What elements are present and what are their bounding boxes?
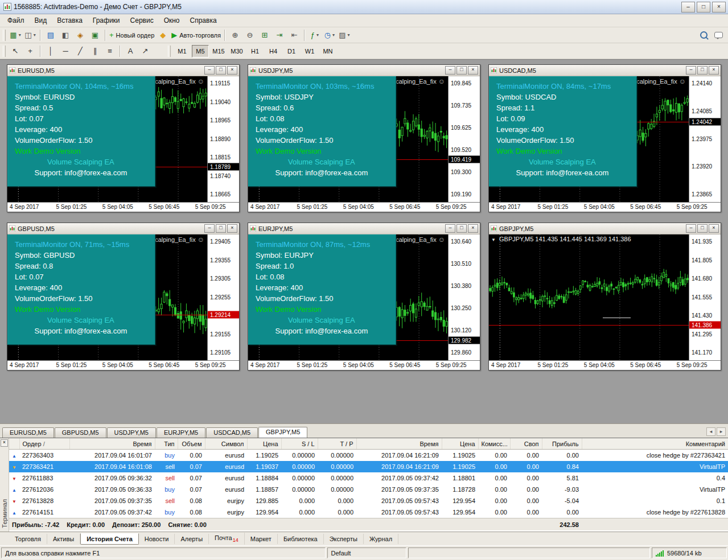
chart-minimize-button[interactable]: – (204, 66, 215, 75)
chart-close-button[interactable]: × (227, 224, 237, 233)
time-axis[interactable]: 4 Sep 20175 Sep 01:255 Sep 04:055 Sep 06… (248, 202, 480, 212)
window-close-button[interactable]: × (712, 2, 726, 13)
terminal-tab-journal[interactable]: Журнал (364, 534, 398, 544)
timeframe-m30[interactable]: M30 (228, 45, 245, 57)
toolbar-grip[interactable] (3, 30, 6, 41)
price-scale[interactable]: 1.18789 1.191151.190401.189651.188901.18… (207, 76, 239, 202)
history-row[interactable]: ▼ 227611883 2017.09.05 09:36:32 sell 0.0… (9, 472, 728, 484)
terminal-tab-news[interactable]: Новости (139, 534, 175, 544)
channel-tool-button[interactable]: ∥ (88, 44, 102, 58)
chart-plot[interactable]: Scalping_Ea_fix ☺ ▼ TerminalMonitor ON, … (489, 76, 689, 202)
trendline-tool-button[interactable]: ╱ (73, 44, 87, 58)
terminal-tab-assets[interactable]: Активы (47, 534, 80, 544)
periods-button[interactable]: ◷▾ (323, 28, 336, 42)
menu-help[interactable]: Справка (185, 15, 222, 26)
timeframe-m1[interactable]: M1 (174, 45, 191, 57)
history-row[interactable]: ▲ 227363403 2017.09.04 16:01:07 buy 0.00… (9, 450, 728, 462)
history-col-comment[interactable]: Комментарий (582, 438, 728, 450)
chart-tab-usdcad-m5[interactable]: USDCAD,M5 (206, 427, 258, 438)
time-axis[interactable]: 4 Sep 20175 Sep 01:255 Sep 04:055 Sep 06… (489, 360, 721, 370)
chart-minimize-button[interactable]: – (686, 224, 696, 233)
templates-caret-icon[interactable]: ▾ (348, 32, 350, 38)
price-scale[interactable]: 141.386 141.935141.805141.680141.555141.… (689, 234, 721, 360)
chart-minimize-button[interactable]: – (204, 224, 215, 233)
ea-smiley-icon[interactable]: ☺ (438, 236, 445, 244)
history-row[interactable]: ▼ 227613828 2017.09.05 09:37:35 sell 0.0… (9, 495, 728, 507)
history-col-open-time[interactable]: Время (69, 438, 155, 450)
chart-close-button[interactable]: × (468, 66, 478, 75)
history-row[interactable]: ▼ 227363421 2017.09.04 16:01:08 sell 0.0… (9, 461, 728, 472)
ea-smiley-icon[interactable]: ☺ (438, 77, 445, 85)
window-minimize-button[interactable]: – (681, 2, 695, 13)
time-axis[interactable]: 4 Sep 20175 Sep 01:255 Sep 04:055 Sep 06… (7, 360, 239, 370)
chart-window-titlebar[interactable]: EURUSD,M5 – □ × (7, 65, 239, 76)
chart-plot[interactable]: ☺ ▼ GBPJPY,M5 141.435 141.445 141.369 14… (489, 234, 689, 360)
symbol-dropdown-icon[interactable]: ▼ (491, 237, 496, 242)
terminal-tab-alerts[interactable]: Алерты (175, 534, 209, 544)
chart-maximize-button[interactable]: □ (456, 224, 467, 233)
history-col-swap[interactable]: Своп (510, 438, 542, 450)
market-watch-button[interactable]: ▤ (44, 28, 57, 42)
menu-insert[interactable]: Вставка (52, 15, 88, 26)
chart-close-button[interactable]: × (709, 224, 719, 233)
chart-plot[interactable]: Scalping_Ea_fix ☺ ▼ TerminalMonitor ON, … (248, 76, 448, 202)
chart-plot[interactable]: Scalping_Ea_fix ☺ ▼ TerminalMonitor ON, … (248, 234, 448, 360)
history-row[interactable]: ▲ 227614151 2017.09.05 09:37:42 buy 0.08… (9, 507, 728, 518)
toolbar-grip[interactable] (168, 46, 171, 57)
history-col-symbol[interactable]: Символ (205, 438, 247, 450)
terminal-close-icon[interactable]: × (1, 439, 8, 447)
timeframe-mn[interactable]: MN (319, 45, 336, 57)
chart-window-titlebar[interactable]: USDCAD,M5 – □ × (489, 65, 721, 76)
history-col-close-price[interactable]: Цена (442, 438, 478, 450)
terminal-tab-market[interactable]: Маркет (245, 534, 278, 544)
history-col-order[interactable]: Ордер / (19, 438, 69, 450)
chart-minimize-button[interactable]: – (445, 66, 455, 75)
menu-window[interactable]: Окно (159, 15, 185, 26)
chart-tab-eurusd-m5[interactable]: EURUSD,M5 (2, 427, 54, 438)
terminal-tab-account-history[interactable]: История Счета (80, 533, 139, 545)
timeframe-m5[interactable]: M5 (192, 45, 209, 57)
data-window-button[interactable]: ◧ (59, 28, 72, 42)
metaeditor-button[interactable]: ◆ (156, 28, 170, 42)
chart-tab-usdjpy-m5[interactable]: USDJPY,M5 (107, 427, 156, 438)
chart-tabs-scroll-left-icon[interactable]: ◂ (706, 427, 715, 436)
history-col-tp[interactable]: T / P (318, 438, 356, 450)
status-profile[interactable]: Default (327, 547, 406, 558)
chart-window-titlebar[interactable]: EURJPY,M5 – □ × (248, 223, 480, 234)
zoom-out-button[interactable]: ⊖ (243, 28, 257, 42)
tile-windows-button[interactable]: ⊞ (258, 28, 272, 42)
chart-maximize-button[interactable]: □ (456, 66, 467, 75)
ea-smiley-icon[interactable]: ☺ (198, 236, 204, 244)
terminal-panel-button[interactable]: ▣ (88, 28, 102, 42)
timeframe-w1[interactable]: W1 (301, 45, 318, 57)
chart-window-titlebar[interactable]: GBPUSD,M5 – □ × (7, 223, 239, 234)
timeframe-d1[interactable]: D1 (283, 45, 300, 57)
menu-charts[interactable]: Графики (88, 15, 125, 26)
chart-maximize-button[interactable]: □ (216, 66, 226, 75)
profiles-caret-icon[interactable]: ▾ (34, 32, 36, 38)
chart-maximize-button[interactable]: □ (697, 66, 708, 75)
chart-maximize-button[interactable]: □ (216, 224, 226, 233)
window-titlebar[interactable]: 1568885: Activtrades-Demo - Демо Счет - … (0, 0, 728, 14)
new-chart-caret-icon[interactable]: ▾ (19, 32, 21, 38)
periods-caret-icon[interactable]: ▾ (332, 32, 335, 38)
chart-minimize-button[interactable]: – (686, 66, 696, 75)
search-button[interactable] (697, 28, 710, 42)
cursor-tool-button[interactable]: ↖ (9, 44, 22, 58)
profiles-button[interactable]: ◫▾ (23, 28, 37, 42)
chart-window-titlebar[interactable]: USDJPY,M5 – □ × (248, 65, 480, 76)
price-scale[interactable]: 1.24042 1.241401.240851.239751.239201.23… (689, 76, 721, 202)
history-col-open-price[interactable]: Цена (247, 438, 281, 450)
menu-file[interactable]: Файл (2, 15, 30, 26)
time-axis[interactable]: 4 Sep 20175 Sep 01:255 Sep 04:055 Sep 06… (489, 202, 721, 212)
timeframe-h1[interactable]: H1 (246, 45, 264, 57)
price-scale[interactable]: 129.982 130.640130.510130.380130.250130.… (448, 234, 480, 360)
history-col-volume[interactable]: Объем (178, 438, 205, 450)
timeframe-h4[interactable]: H4 (265, 45, 282, 57)
chart-close-button[interactable]: × (468, 224, 478, 233)
new-order-button[interactable]: +Новый ордер (109, 28, 155, 42)
chart-tab-gbpjpy-m5[interactable]: GBPJPY,M5 (258, 427, 307, 438)
chart-minimize-button[interactable]: – (445, 224, 455, 233)
history-col-sl[interactable]: S / L (281, 438, 318, 450)
zoom-in-button[interactable]: ⊕ (228, 28, 242, 42)
